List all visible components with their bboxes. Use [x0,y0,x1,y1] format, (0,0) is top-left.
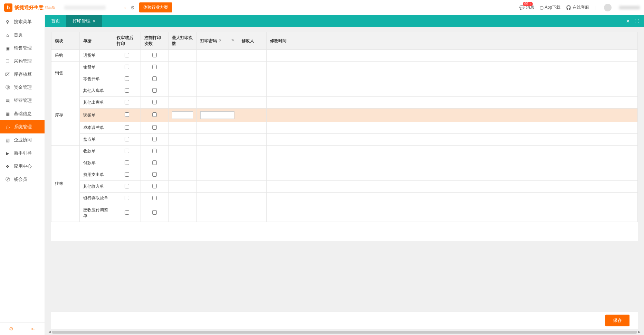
sidebar-item-label: 销售管理 [14,45,32,51]
table-row: 成本调整单 [51,122,638,134]
checkbox[interactable] [152,112,157,117]
cell-max [169,157,197,169]
settings-icon[interactable]: ⚙ [9,326,13,332]
cell-ctrl [141,50,169,62]
sidebar-item-资金管理[interactable]: Ⓢ资金管理 [0,81,45,94]
sidebar-item-基础信息[interactable]: ▦基础信息 [0,107,45,120]
sidebar-item-应用中心[interactable]: ❖应用中心 [0,160,45,173]
checkbox[interactable] [125,184,129,188]
checkbox[interactable] [152,196,157,200]
tenant-selector[interactable]: ⌄ [64,6,126,10]
cell-password [197,157,238,169]
collapse-icon[interactable]: ⇤ [31,326,36,332]
app-download-label: App下载 [545,4,560,10]
save-button[interactable]: 保存 [605,315,629,326]
cell-max [169,122,197,134]
cell-audit [113,50,141,62]
checkbox[interactable] [125,88,129,93]
help-icon[interactable]: ? [219,39,221,43]
checkbox[interactable] [125,137,129,141]
cell-modtime [267,157,638,169]
cell-ctrl [141,109,169,122]
footer-bar: 保存 [51,311,638,329]
tab-home[interactable]: 首页 [45,15,66,27]
checkbox[interactable] [152,160,157,165]
checkbox[interactable] [152,76,157,81]
gear-icon[interactable]: ⚙ [131,5,135,10]
cell-password [197,50,238,62]
cell-module: 库存 [51,85,80,146]
cell-modby [238,193,267,204]
sidebar-item-销售管理[interactable]: ▣销售管理 [0,41,45,55]
horizontal-scrollbar[interactable]: ◀ ▶ [51,330,638,334]
cell-doc: 进货单 [80,50,113,62]
sidebar-item-经营管理[interactable]: ▤经营管理 [0,94,45,107]
checkbox[interactable] [152,53,157,57]
cell-audit [113,122,141,134]
sidebar-item-库存核算[interactable]: ⌧库存核算 [0,68,45,81]
sidebar-item-新手引导[interactable]: ▶新手引导 [0,147,45,160]
table-row: 零售开单 [51,73,638,85]
checkbox[interactable] [152,210,157,215]
checkbox[interactable] [125,196,129,200]
avatar[interactable] [604,4,612,11]
scroll-left-icon[interactable]: ◀ [48,330,51,334]
cell-modtime [267,146,638,157]
checkbox[interactable] [125,149,129,153]
sidebar-item-icon: Ⓢ [5,84,10,91]
checkbox[interactable] [125,160,129,165]
cell-ctrl [141,62,169,73]
max-print-input[interactable] [172,111,193,119]
sidebar-item-icon: ⌂ [5,32,10,38]
tab-print-management[interactable]: 打印管理 ✕ [66,15,102,27]
cell-max [169,62,197,73]
cell-password [197,62,238,73]
promo-button[interactable]: 体验行业方案 [139,2,172,12]
edit-icon[interactable]: ✎ [231,38,234,43]
app-download-link[interactable]: ▢ App下载 [540,4,560,10]
checkbox[interactable] [152,172,157,177]
cell-audit [113,62,141,73]
sidebar-item-搜索菜单[interactable]: ⚲搜索菜单 [0,15,45,28]
cell-modby [238,62,267,73]
cell-modtime [267,122,638,134]
brand-logo-icon: b [4,3,12,12]
checkbox[interactable] [152,137,157,141]
tab-close-all-icon[interactable]: ✕ [626,19,630,24]
checkbox[interactable] [152,149,157,153]
scroll-right-icon[interactable]: ▶ [638,330,641,334]
online-service-link[interactable]: 🎧 在线客服 [566,4,589,10]
checkbox[interactable] [125,53,129,57]
sidebar-item-畅会员[interactable]: Ⓥ畅会员 [0,173,45,186]
checkbox[interactable] [152,125,157,130]
sidebar-item-icon: ◌ [5,124,10,130]
sidebar-item-采购管理[interactable]: ☐采购管理 [0,55,45,68]
print-password-input[interactable] [200,111,234,119]
sidebar-item-企业协同[interactable]: ▧企业协同 [0,133,45,147]
checkbox[interactable] [125,210,129,215]
th-modtime: 修改时间 [267,32,638,50]
fullscreen-icon[interactable]: ⛶ [635,19,639,24]
messages-link[interactable]: 💬 消息 99 + [519,4,534,10]
checkbox[interactable] [125,65,129,69]
checkbox[interactable] [152,88,157,93]
table-row: 往来收款单 [51,146,638,157]
checkbox[interactable] [125,100,129,104]
checkbox[interactable] [125,112,129,117]
checkbox[interactable] [152,100,157,104]
th-audit: 仅审核后打印 [113,32,141,50]
checkbox[interactable] [152,184,157,188]
brand-edition: 精品版 [45,5,55,10]
cell-password [197,122,238,134]
close-icon[interactable]: ✕ [93,19,96,24]
sidebar-item-首页[interactable]: ⌂首页 [0,28,45,41]
checkbox[interactable] [125,172,129,177]
brand-name: 畅捷通好生意 [15,4,44,11]
sidebar-item-系统管理[interactable]: ◌系统管理 [0,120,45,133]
table-row: 盘点单 [51,134,638,146]
sidebar-item-label: 库存核算 [14,71,32,77]
checkbox[interactable] [152,65,157,69]
checkbox[interactable] [125,125,129,130]
checkbox[interactable] [125,76,129,81]
th-doc: 单据 [80,32,113,50]
